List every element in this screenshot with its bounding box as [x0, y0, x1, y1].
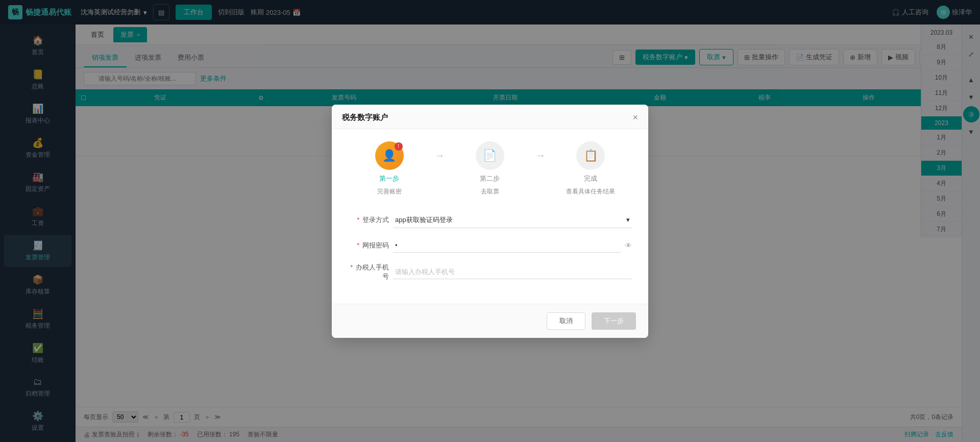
step-3-label: 完成 [584, 174, 597, 183]
modal-body: 👤 ! 第一步 完善账密 → 📄 第二步 去取票 → [332, 129, 648, 304]
cancel-button[interactable]: 取消 [547, 312, 585, 330]
phone-row: * 办税人手机号 [348, 263, 632, 281]
chevron-down-icon: ▾ [626, 216, 630, 224]
step-arrow-1: → [430, 141, 449, 161]
step-3-icon: 📋 [584, 149, 598, 162]
step-1-icon: 👤 [382, 149, 396, 162]
step-3-desc: 查看具体任务结果 [566, 187, 615, 196]
phone-input[interactable] [393, 265, 632, 279]
step-2-desc: 去取票 [481, 187, 499, 196]
step-1-badge: ! [395, 142, 403, 151]
step-2-icon: 📄 [483, 149, 497, 162]
login-method-label: * 登录方式 [348, 215, 389, 225]
password-row: * 网报密码 👁 [348, 238, 632, 253]
login-method-select[interactable]: app获取验证码登录 ▾ [393, 212, 632, 228]
next-button[interactable]: 下一步 [592, 312, 636, 330]
password-label: * 网报密码 [348, 241, 389, 250]
step-arrow-2: → [531, 141, 550, 161]
modal-header: 税务数字账户 × [332, 105, 648, 129]
step-3-circle: 📋 [576, 141, 605, 170]
login-method-value: app获取验证码登录 [395, 215, 453, 225]
step-1: 👤 ! 第一步 完善账密 [348, 141, 430, 196]
step-2: 📄 第二步 去取票 [449, 141, 531, 196]
step-2-circle: 📄 [476, 141, 504, 170]
password-input[interactable] [393, 238, 621, 253]
tax-digital-modal: 税务数字账户 × 👤 ! 第一步 完善账密 → [332, 105, 648, 338]
modal-title: 税务数字账户 [342, 113, 388, 122]
modal-overlay: 税务数字账户 × 👤 ! 第一步 完善账密 → [0, 0, 980, 442]
step-2-label: 第二步 [480, 174, 500, 183]
login-method-row: * 登录方式 app获取验证码登录 ▾ [348, 212, 632, 228]
step-1-circle: 👤 ! [375, 141, 404, 170]
modal-close-button[interactable]: × [632, 113, 638, 122]
step-1-label: 第一步 [379, 174, 399, 183]
phone-label: * 办税人手机号 [348, 263, 389, 281]
modal-footer: 取消 下一步 [332, 304, 648, 338]
steps-row: 👤 ! 第一步 完善账密 → 📄 第二步 去取票 → [348, 141, 632, 196]
step-3: 📋 完成 查看具体任务结果 [550, 141, 632, 196]
toggle-password-icon[interactable]: 👁 [625, 241, 632, 250]
step-1-desc: 完善账密 [377, 187, 402, 196]
